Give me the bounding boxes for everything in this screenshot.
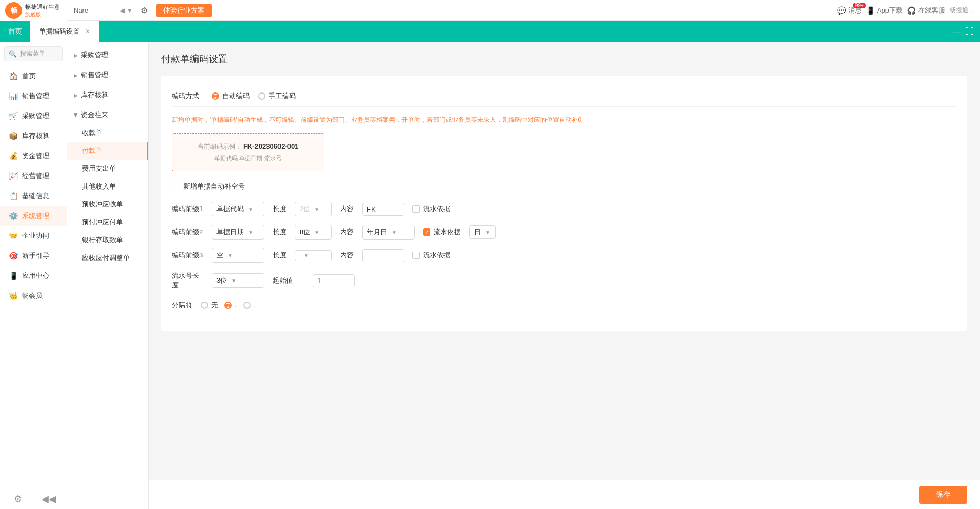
subnav-item-bank[interactable]: 银行存取款单: [67, 231, 148, 249]
prefix3-length-chevron-icon: ▼: [304, 253, 309, 258]
nav-arrows[interactable]: ◀ ▼: [120, 7, 133, 14]
user-avatar[interactable]: 畅捷通...: [950, 6, 974, 15]
prefix2-day-select[interactable]: 日 ▼: [469, 225, 496, 239]
tab-bar: 首页 单据编码设置 ✕ — ⛶: [0, 21, 980, 42]
content-area: 付款单编码设置 编码方式 自动编码: [149, 42, 980, 480]
prefix3-length-label: 长度: [273, 251, 286, 260]
sidebar-item-guide[interactable]: 🎯 新手引导: [0, 246, 67, 266]
sidebar-item-enterprise[interactable]: 🤝 企业协同: [0, 226, 67, 246]
prefix3-select[interactable]: 空 ▼: [212, 248, 264, 263]
auto-fill-checkbox[interactable]: [172, 183, 179, 190]
prefix3-label: 编码前缀3: [172, 251, 203, 260]
online-service-btn[interactable]: 🎧 在线客服: [907, 6, 945, 15]
subnav-group-fund-title[interactable]: ▶ 资金往来: [67, 106, 148, 124]
prefix3-length-select[interactable]: ▼: [295, 250, 332, 261]
app-name: 畅捷通好生意 旗舰版: [25, 3, 60, 17]
auto-code-radio-circle: [212, 92, 219, 100]
next-arrow[interactable]: ▼: [127, 7, 133, 14]
subnav-group-inventory-title[interactable]: ▶ 库存核算: [67, 86, 148, 104]
sep-dash-radio[interactable]: -: [243, 302, 256, 309]
serial-length-select[interactable]: 3位 ▼: [212, 273, 264, 288]
prefix2-serial-check[interactable]: ✓ 流水依据: [423, 227, 461, 237]
save-button[interactable]: 保存: [919, 486, 967, 504]
prefix1-select[interactable]: 单据代码 ▼: [212, 202, 264, 216]
manual-code-radio[interactable]: 手工编码: [258, 91, 296, 101]
sidebar-item-member[interactable]: 👑 畅会员: [0, 286, 67, 306]
minimize-icon[interactable]: —: [953, 27, 961, 36]
subnav-item-receipt[interactable]: 收款单: [67, 124, 148, 142]
sidebar-item-home[interactable]: 🏠 首页: [0, 66, 67, 86]
prefix3-content-input[interactable]: [362, 249, 404, 262]
company-name: Nare: [74, 6, 116, 14]
sidebar-item-appcenter[interactable]: 📱 应用中心: [0, 266, 67, 286]
sidebar-search-area: 🔍 搜索菜单: [0, 42, 67, 66]
auto-code-radio[interactable]: 自动编码: [212, 91, 250, 101]
settings-bottom-btn[interactable]: ⚙: [4, 493, 32, 505]
main-layout: 🔍 搜索菜单 🏠 首页 📊 销售管理 🛒 采购管理 📦: [0, 42, 980, 509]
subnav-group-purchase-title[interactable]: ▶ 采购管理: [67, 46, 148, 64]
sep-none-radio[interactable]: 无: [201, 300, 218, 310]
app-download-btn[interactable]: 📱 App下载: [866, 6, 903, 15]
prefix1-serial-checkbox[interactable]: [412, 205, 420, 213]
prefix2-content-select[interactable]: 年月日 ▼: [362, 225, 415, 240]
subnav-group-fund: ▶ 资金往来 收款单 付款单 费用支出单 其他收入单 预收冲应收单: [67, 106, 148, 267]
prefix2-length-select[interactable]: 8位 ▼: [295, 225, 332, 240]
search-menu-btn[interactable]: 🔍 搜索菜单: [4, 46, 63, 61]
tab-home[interactable]: 首页: [0, 21, 30, 42]
subnav-item-payment[interactable]: 付款单: [67, 142, 148, 160]
prefix1-length-select[interactable]: 2位 ▼: [295, 202, 332, 216]
sidebar-item-basics[interactable]: 📋 基础信息: [0, 186, 67, 206]
separator-row: 分隔符 无 ·: [172, 300, 957, 310]
search-icon: 🔍: [9, 50, 17, 58]
sidebar-item-finance[interactable]: 💰 资金管理: [0, 146, 67, 166]
app-logo-area: 畅 畅捷通好生意 旗舰版: [0, 0, 67, 21]
sidebar-item-sales[interactable]: 📊 销售管理: [0, 86, 67, 106]
prefix3-serial-checkbox[interactable]: [412, 252, 420, 259]
prefix2-row: 编码前缀2 单据日期 ▼ 长度 8位 ▼ 内容 年月日: [172, 225, 957, 240]
subnav-group-sales-title[interactable]: ▶ 销售管理: [67, 66, 148, 84]
prefix1-serial-check[interactable]: 流水依据: [412, 204, 450, 214]
prefix2-chevron-icon: ▼: [248, 230, 253, 235]
sep-dot-radio[interactable]: ·: [224, 302, 237, 309]
sidebar-item-system[interactable]: ⚙️ 系统管理: [0, 206, 67, 226]
prefix2-select[interactable]: 单据日期 ▼: [212, 225, 264, 240]
serial-start-input[interactable]: [313, 274, 355, 287]
subnav-item-expense[interactable]: 费用支出单: [67, 160, 148, 178]
subnav-item-other-income[interactable]: 其他收入单: [67, 178, 148, 195]
enterprise-icon: 🤝: [8, 231, 18, 241]
top-bar: Nare ◀ ▼ ⚙ 体验行业方案 💬 消息 99+ 📱 App下载 🎧 在线客…: [67, 0, 980, 21]
subnav-item-prepay-pay[interactable]: 预付冲应付单: [67, 213, 148, 231]
prefix1-content-input[interactable]: [362, 203, 404, 216]
sidebar-item-operations[interactable]: 📈 经营管理: [0, 166, 67, 186]
message-btn[interactable]: 💬 消息 99+: [837, 6, 862, 15]
subnav-arrow-sales: ▶: [74, 72, 78, 78]
sidebar-item-purchase[interactable]: 🛒 采购管理: [0, 106, 67, 126]
subnav-item-adjust[interactable]: 应收应付调整单: [67, 249, 148, 267]
auto-fill-label: 新增单据自动补空号: [183, 182, 245, 191]
prefix3-row: 编码前缀3 空 ▼ 长度 ▼ 内容: [172, 248, 957, 263]
maximize-icon[interactable]: ⛶: [965, 27, 974, 36]
prefix2-serial-checkbox[interactable]: ✓: [423, 228, 430, 236]
prefix2-content-label: 内容: [340, 227, 354, 237]
sep-none-radio-circle: [201, 302, 208, 309]
tab-close-icon[interactable]: ✕: [85, 28, 90, 35]
inventory-icon: 📦: [8, 131, 18, 141]
search-label: 搜索菜单: [20, 49, 45, 58]
member-icon: 👑: [8, 291, 18, 300]
tab-encoding-settings[interactable]: 单据编码设置 ✕: [30, 21, 99, 42]
preview-label: 当前编码示例： FK-20230602-001: [198, 142, 299, 151]
sidebar-item-inventory[interactable]: 📦 库存核算: [0, 126, 67, 146]
prev-arrow[interactable]: ◀: [120, 7, 125, 14]
prefix3-serial-check[interactable]: 流水依据: [412, 251, 450, 260]
settings-gear[interactable]: ⚙: [137, 3, 152, 18]
subnav-group-inventory: ▶ 库存核算: [67, 86, 148, 104]
purchase-icon: 🛒: [8, 111, 18, 121]
subnav-item-prepay-recv[interactable]: 预收冲应收单: [67, 195, 148, 213]
page-title: 付款单编码设置: [161, 53, 967, 65]
basics-icon: 📋: [8, 191, 18, 201]
prefix1-chevron-icon: ▼: [248, 206, 253, 212]
subnav-arrow-fund: ▶: [73, 113, 79, 117]
content-wrapper: 付款单编码设置 编码方式 自动编码: [149, 42, 980, 509]
trial-btn[interactable]: 体验行业方案: [156, 4, 212, 17]
collapse-btn[interactable]: ◀◀: [36, 493, 63, 505]
